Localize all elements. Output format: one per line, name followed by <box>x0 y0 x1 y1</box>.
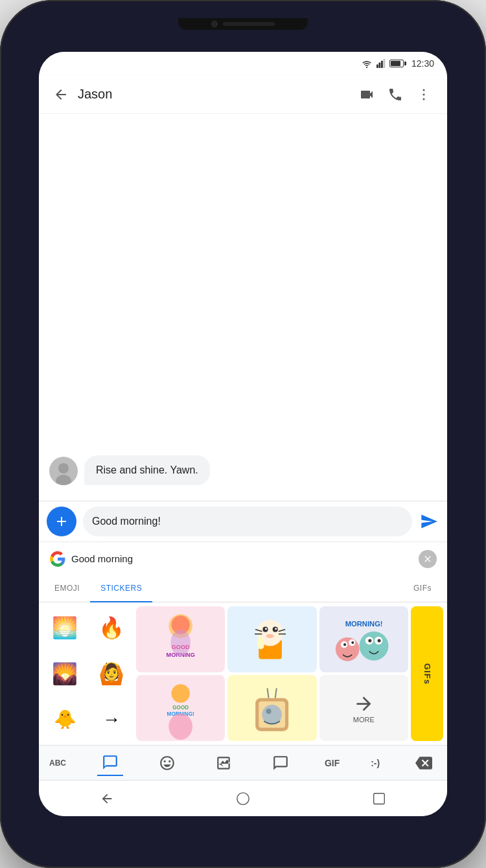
google-logo <box>49 551 66 567</box>
svg-point-38 <box>171 684 190 703</box>
keyboard-emoji-button[interactable] <box>154 750 180 776</box>
keyboard-abc-button[interactable]: ABC <box>49 759 66 768</box>
sticker-toast[interactable] <box>227 675 316 741</box>
nav-back-icon <box>100 792 114 806</box>
svg-point-28 <box>335 637 359 661</box>
stickers-main-grid: GOOD MORNING <box>136 606 408 741</box>
signal-icon <box>376 59 386 68</box>
svg-point-21 <box>266 634 274 638</box>
gif-strip[interactable]: GIFs <box>411 606 443 741</box>
emoji-arrow[interactable]: 🐥 <box>42 700 87 739</box>
sticker-keyboard: EMOJI STICKERS GIFs 🌅 🌄 🐥 🔥 🙆 → <box>39 575 447 780</box>
app-bar: Jason <box>39 75 447 114</box>
svg-line-47 <box>275 688 277 698</box>
svg-rect-1 <box>378 63 380 68</box>
svg-rect-49 <box>374 793 385 804</box>
nav-back-button[interactable] <box>91 782 123 815</box>
chat-area: Rise and shine. Yawn. <box>39 114 447 501</box>
send-button[interactable] <box>419 511 439 532</box>
emoji-sunrise2[interactable]: 🌄 <box>42 654 87 693</box>
keyboard-gifsticker-button[interactable] <box>211 750 237 776</box>
suggestion-query: Good morning <box>71 553 413 564</box>
message-bubble: Rise and shine. Yawn. <box>84 455 210 485</box>
message-input[interactable] <box>92 516 403 527</box>
keyboard-backspace-button[interactable] <box>411 750 437 776</box>
chat-tab-icon <box>272 755 289 771</box>
svg-point-45 <box>266 709 272 714</box>
svg-rect-0 <box>376 64 378 68</box>
svg-point-31 <box>343 643 346 646</box>
sticker-4-svg: GOOD MORNING! <box>136 675 225 741</box>
emoji-sunrise[interactable]: 🌅 <box>42 608 87 647</box>
svg-point-14 <box>170 630 191 656</box>
svg-text:GOOD: GOOD <box>172 705 189 711</box>
keyboard-tabs: EMOJI STICKERS GIFs <box>39 575 447 602</box>
svg-point-6 <box>423 98 425 100</box>
nav-recents-button[interactable] <box>363 782 395 815</box>
avatar-image <box>49 457 78 485</box>
more-stickers-label[interactable]: MORE <box>349 693 379 724</box>
keyboard-sticker-button[interactable] <box>97 750 123 776</box>
phone-call-button[interactable] <box>382 82 408 108</box>
sticker-tab-icon <box>102 754 119 771</box>
svg-point-19 <box>265 628 267 630</box>
sticker-more-button[interactable]: MORE <box>319 675 408 741</box>
svg-point-37 <box>377 639 380 642</box>
arrow-right-icon <box>349 693 379 714</box>
tab-emoji[interactable]: EMOJI <box>44 575 90 602</box>
keyboard-chat-button[interactable] <box>268 750 294 776</box>
emoji-column-2: 🔥 🙆 → <box>89 606 133 741</box>
phone-speaker <box>223 22 275 26</box>
svg-point-41 <box>168 713 192 740</box>
sticker-1-svg: GOOD MORNING <box>136 606 225 672</box>
backspace-icon <box>415 755 432 771</box>
svg-text:MORNING!: MORNING! <box>345 620 382 628</box>
message-input-container[interactable] <box>83 507 412 536</box>
more-options-button[interactable] <box>411 82 437 108</box>
svg-point-33 <box>359 632 388 661</box>
emoji-arrow2[interactable]: → <box>89 700 134 739</box>
keyboard-emoticon-button[interactable]: :-) <box>371 758 380 768</box>
svg-point-20 <box>275 628 277 630</box>
video-call-button[interactable] <box>354 82 380 108</box>
keyboard-bottom-bar: ABC <box>39 745 447 780</box>
sticker-grid-area: 🌅 🌄 🐥 🔥 🙆 → <box>39 602 447 745</box>
tab-stickers[interactable]: STICKERS <box>90 575 152 602</box>
sticker-cat-coffee[interactable] <box>227 606 316 672</box>
svg-rect-3 <box>383 59 385 68</box>
nav-recents-icon <box>372 792 386 806</box>
svg-point-5 <box>423 93 425 95</box>
table-row: Rise and shine. Yawn. <box>49 455 437 485</box>
emoji-tab-icon <box>159 755 176 771</box>
gif-sticker-tab-icon <box>215 755 232 771</box>
input-area <box>39 501 447 542</box>
status-bar: 12:30 <box>39 52 447 75</box>
avatar <box>49 457 78 485</box>
svg-rect-26 <box>258 637 264 649</box>
tab-gifs[interactable]: GIFs <box>403 575 442 602</box>
status-time: 12:30 <box>411 58 434 69</box>
sticker-5-svg <box>227 675 316 741</box>
svg-point-8 <box>58 463 69 474</box>
suggestion-bar: Good morning <box>39 542 447 575</box>
keyboard-gif-button[interactable]: GIF <box>325 758 340 768</box>
sticker-good-morning-girl[interactable]: GOOD MORNING! <box>136 675 225 741</box>
front-camera <box>211 21 218 27</box>
nav-home-icon <box>236 792 250 806</box>
emoji-fire[interactable]: 🔥 <box>89 608 134 647</box>
contact-name: Jason <box>78 87 354 102</box>
sticker-morning-text[interactable]: MORNING! <box>319 606 408 672</box>
add-button[interactable] <box>47 507 76 536</box>
sticker-2-svg <box>227 606 316 672</box>
phone-frame: 12:30 Jason <box>0 0 486 868</box>
sticker-3-svg: MORNING! <box>319 606 408 672</box>
sticker-good-morning-1[interactable]: GOOD MORNING <box>136 606 225 672</box>
clear-suggestion-button[interactable] <box>419 550 437 568</box>
app-bar-actions <box>354 82 437 108</box>
svg-rect-2 <box>381 61 383 68</box>
emoji-shrug[interactable]: 🙆 <box>89 654 134 693</box>
back-button[interactable] <box>49 83 73 106</box>
nav-home-button[interactable] <box>227 782 259 815</box>
more-label: MORE <box>353 716 375 724</box>
battery-icon <box>389 60 404 67</box>
